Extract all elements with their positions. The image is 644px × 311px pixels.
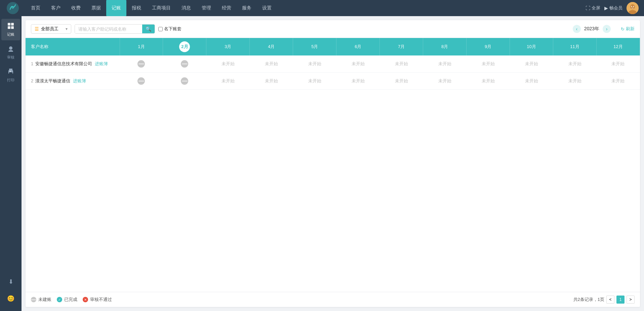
legend-completed-label: 已完成 (64, 297, 77, 303)
prev-page-button[interactable]: < (606, 296, 614, 304)
status-not-started: 未开始 (482, 61, 495, 66)
nav-account[interactable]: 记账 (106, 0, 126, 16)
month-cell-12: 未开始 (596, 73, 640, 90)
status-not-started: 未开始 (308, 61, 321, 66)
legend-not-started: — 未建账 (31, 297, 51, 303)
nav-charge[interactable]: 收费 (66, 0, 86, 16)
nav-manage[interactable]: 管理 (196, 0, 216, 16)
member-btn[interactable]: ▶ 畅会员 (604, 5, 622, 11)
enter-ledger-link[interactable]: 进账簿 (95, 61, 108, 66)
month-cell-9: 未开始 (467, 73, 510, 90)
status-dash: — (137, 77, 145, 85)
status-not-started: 未开始 (308, 78, 321, 83)
svg-rect-8 (11, 23, 14, 26)
month-cell-1[interactable]: — (120, 73, 163, 90)
month-cell-9: 未开始 (467, 55, 510, 73)
nav-operation[interactable]: 经营 (216, 0, 237, 16)
search-input[interactable] (75, 25, 142, 33)
svg-point-1 (11, 6, 14, 9)
svg-point-5 (631, 6, 632, 7)
sidebar-item-review[interactable]: 审核 (1, 42, 20, 63)
status-not-started: 未开始 (222, 78, 235, 83)
status-not-started: 未开始 (525, 61, 538, 66)
month-cell-7: 未开始 (380, 55, 423, 73)
svg-rect-14 (9, 72, 12, 74)
user-circle-icon: 😊 (7, 295, 14, 302)
status-not-started: 未开始 (568, 61, 581, 66)
nav-message[interactable]: 消息 (176, 0, 196, 16)
sidebar-download[interactable]: ⬇ (1, 275, 20, 289)
refresh-icon: ↻ (621, 27, 625, 32)
nav-invoice[interactable]: 票据 (86, 0, 106, 16)
month-cell-7: 未开始 (380, 73, 423, 90)
page-1-button[interactable]: 1 (616, 296, 625, 304)
nav-service[interactable]: 服务 (237, 0, 257, 16)
status-dash: — (181, 60, 188, 68)
status-not-started: 未开始 (438, 78, 451, 83)
refresh-button[interactable]: ↻ 刷新 (621, 26, 635, 32)
month-cell-1[interactable]: — (120, 55, 163, 73)
member-label: 畅会员 (609, 5, 622, 11)
nav-home[interactable]: 首页 (26, 0, 46, 16)
status-not-started: 未开始 (482, 78, 495, 83)
nav-tax[interactable]: 报税 (126, 0, 147, 16)
month-cell-3: 未开始 (206, 73, 250, 90)
prev-year-button[interactable]: ‹ (573, 25, 581, 33)
nav-settings[interactable]: 设置 (257, 0, 277, 16)
enter-ledger-link[interactable]: 进账簿 (73, 78, 86, 83)
col-header-jan: 1月 (120, 38, 163, 55)
month-cell-4: 未开始 (250, 73, 293, 90)
sidebar-item-print[interactable]: 打印 (1, 65, 20, 86)
sidebar-user-circle[interactable]: 😊 (1, 291, 20, 306)
sidebar-item-account[interactable]: 记账 (1, 19, 20, 40)
status-not-started: 未开始 (265, 78, 278, 83)
sidebar: 记账 审核 打印 ⬇ (0, 16, 22, 311)
next-year-button[interactable]: › (603, 25, 611, 33)
main-table: 客户名称 1月 2月 3月 4月 5月 6月 7月 8月 9月 (26, 38, 640, 90)
fullscreen-btn[interactable]: ⛶ 全屏 (586, 5, 600, 11)
nav-business[interactable]: 工商项目 (147, 0, 176, 16)
my-accounts-checkbox[interactable] (158, 27, 163, 31)
status-not-started: 未开始 (352, 61, 365, 66)
svg-rect-7 (8, 23, 10, 26)
table-wrap: 客户名称 1月 2月 3月 4月 5月 6月 7月 8月 9月 (26, 38, 640, 292)
month-cell-2[interactable]: — (163, 55, 206, 73)
content-area: ☰ 全部员工 ▾ 🔍 名下账套 ‹ 2023年 › (22, 16, 644, 311)
month-cell-10: 未开始 (510, 73, 553, 90)
month-cell-5: 未开始 (293, 73, 336, 90)
status-not-started: 未开始 (611, 61, 625, 66)
search-button[interactable]: 🔍 (142, 25, 155, 33)
month-cell-3: 未开始 (206, 55, 250, 73)
month-cell-12: 未开始 (596, 55, 640, 73)
row-num: 2 (31, 78, 33, 83)
employee-select[interactable]: ☰ 全部员工 ▾ (31, 24, 71, 34)
account-icon (7, 22, 14, 31)
month-cell-11: 未开始 (553, 55, 597, 73)
nav-customer[interactable]: 客户 (46, 0, 66, 16)
status-not-started: 未开始 (395, 78, 408, 83)
legend-teal-dot: ✓ (57, 297, 62, 302)
legend-gray-dot: — (31, 297, 36, 302)
status-not-started: 未开始 (611, 78, 625, 83)
month-cell-2[interactable]: — (163, 73, 206, 90)
month-cell-6: 未开始 (336, 73, 380, 90)
search-icon: 🔍 (146, 26, 151, 32)
status-not-started: 未开始 (222, 61, 235, 66)
status-dash: — (181, 77, 188, 85)
svg-rect-13 (9, 69, 12, 71)
employee-select-label: 全部员工 (41, 26, 58, 32)
month-cell-6: 未开始 (336, 55, 380, 73)
user-avatar[interactable] (627, 2, 639, 14)
col-header-sep: 9月 (467, 38, 510, 55)
legend-rejected: ✕ 审核不通过 (83, 297, 112, 303)
legend-red-dot: ✕ (83, 297, 88, 302)
month-cell-4: 未开始 (250, 55, 293, 73)
refresh-label: 刷新 (626, 26, 635, 32)
legend-not-started-label: 未建账 (38, 297, 51, 303)
svg-rect-10 (11, 26, 14, 29)
next-page-button[interactable]: > (627, 296, 635, 304)
fullscreen-icon: ⛶ (586, 5, 590, 11)
my-accounts-checkbox-label[interactable]: 名下账套 (158, 26, 182, 32)
col-header-jun: 6月 (336, 38, 380, 55)
legend-completed: ✓ 已完成 (57, 297, 77, 303)
